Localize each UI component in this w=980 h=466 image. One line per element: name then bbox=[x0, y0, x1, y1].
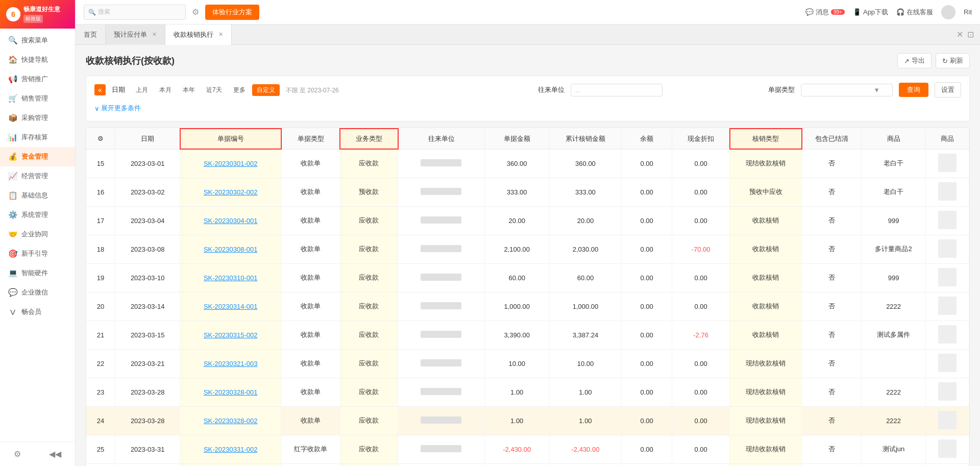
cell-bill-type-1: 收款单 bbox=[281, 178, 340, 206]
cell-biz-type-8: 应收款 bbox=[340, 378, 398, 406]
cell-include-settled-4: 否 bbox=[802, 263, 862, 292]
last-month-btn[interactable]: 上月 bbox=[131, 84, 153, 96]
settings-button[interactable]: 设置 bbox=[935, 82, 961, 97]
export-button[interactable]: ↗ 导出 bbox=[897, 53, 932, 68]
sidebar-item-sales[interactable]: 🛒 销售管理 bbox=[0, 89, 75, 108]
more-dates-btn[interactable]: 更多 bbox=[229, 84, 250, 96]
cell-bill-no-2[interactable]: SK-20230304-001 bbox=[180, 206, 281, 235]
cell-partner-2 bbox=[398, 206, 485, 235]
expand-conditions-btn[interactable]: ∨ 展开更多条件 bbox=[94, 102, 961, 115]
sidebar-item-operations[interactable]: 📈 经营管理 bbox=[0, 166, 75, 186]
table-row: 21 2023-03-15 SK-20230315-002 收款单 应收款 3,… bbox=[86, 321, 969, 349]
solution-button[interactable]: 体验行业方案 bbox=[205, 5, 259, 20]
custom-date-btn[interactable]: 自定义 bbox=[252, 84, 280, 96]
sidebar-label-finance: 资金管理 bbox=[21, 152, 48, 161]
filter-area: « 日期 上月 本月 本年 近7天 更多 自定义 不限 至 2023-07-26… bbox=[86, 76, 970, 121]
cell-product2-7 bbox=[926, 349, 969, 378]
col-settings[interactable]: ⚙ bbox=[86, 129, 115, 149]
cell-num-8: 23 bbox=[86, 378, 115, 406]
cell-bill-no-11[interactable]: SK-20230403-002 bbox=[180, 463, 281, 466]
cell-bill-no-1[interactable]: SK-20230302-002 bbox=[180, 178, 281, 206]
table-row: 22 2023-03-21 SK-20230321-003 收款单 应收款 10… bbox=[86, 349, 969, 378]
cell-product2-4 bbox=[926, 263, 969, 292]
cell-product2-2 bbox=[926, 206, 969, 235]
sidebar-label-hardware: 智能硬件 bbox=[21, 268, 48, 278]
sidebar-item-marketing[interactable]: 📢 营销推广 bbox=[0, 69, 75, 89]
tab-home-label: 首页 bbox=[84, 30, 97, 39]
sidebar-item-purchase[interactable]: 📦 采购管理 bbox=[0, 108, 75, 128]
cell-bill-no-4[interactable]: SK-20230310-001 bbox=[180, 263, 281, 292]
cell-num-9: 24 bbox=[86, 406, 115, 435]
cell-product-8: 2222 bbox=[862, 378, 926, 406]
cell-product-11: 123D商品 bbox=[862, 463, 926, 466]
app-download-item[interactable]: 📱 App下载 bbox=[853, 8, 888, 17]
tab-collection-close[interactable]: ✕ bbox=[218, 31, 223, 38]
bill-type-select[interactable]: ▼ bbox=[801, 84, 893, 96]
tab-expand-icon[interactable]: ⊡ bbox=[967, 30, 974, 39]
this-month-btn[interactable]: 本月 bbox=[155, 84, 176, 96]
last-7-days-btn[interactable]: 近7天 bbox=[202, 84, 227, 96]
query-button[interactable]: 查询 bbox=[899, 83, 928, 97]
logo-icon: 6 bbox=[6, 7, 20, 21]
tab-close-icon[interactable]: ✕ bbox=[957, 30, 963, 39]
cell-discount-1: 0.00 bbox=[672, 178, 730, 206]
cell-balance-10: 0.00 bbox=[622, 435, 672, 463]
cell-num-10: 25 bbox=[86, 435, 115, 463]
messages-item[interactable]: 💬 消息 99+ bbox=[805, 8, 845, 17]
sidebar-item-hardware[interactable]: 💻 智能硬件 bbox=[0, 263, 75, 283]
sidebar-item-search[interactable]: 🔍 搜索菜单 bbox=[0, 31, 75, 50]
cell-include-settled-11: 否 bbox=[802, 463, 862, 466]
search-icon: 🔍 bbox=[88, 9, 96, 16]
sidebar-item-finance[interactable]: 💰 资金管理 bbox=[0, 147, 75, 166]
cell-product2-0 bbox=[926, 149, 969, 178]
sidebar-item-enterprise[interactable]: 🤝 企业协同 bbox=[0, 225, 75, 244]
user-avatar[interactable] bbox=[941, 5, 955, 19]
cell-product-3: 多计量商品2 bbox=[862, 235, 926, 263]
cell-discount-7: 0.00 bbox=[672, 349, 730, 378]
cell-bill-no-6[interactable]: SK-20230315-002 bbox=[180, 321, 281, 349]
cell-bill-no-0[interactable]: SK-20230301-002 bbox=[180, 149, 281, 178]
online-service-item[interactable]: 🎧 在线客服 bbox=[896, 8, 933, 17]
sidebar-icon-quicknav: 🏠 bbox=[8, 55, 17, 64]
tab-home[interactable]: 首页 bbox=[76, 24, 106, 45]
table-scroll[interactable]: ⚙ 日期 单据编号 单据类型 业务类型 往来单位 单据金额 累计核销金额 余额 … bbox=[86, 128, 969, 466]
filter-collapse-btn[interactable]: « bbox=[94, 84, 106, 95]
table-row: 24 2023-03-28 SK-20230328-002 收款单 应收款 1.… bbox=[86, 406, 969, 435]
settings-icon[interactable]: ⚙ bbox=[192, 7, 199, 17]
sidebar-item-system[interactable]: ⚙️ 系统管理 bbox=[0, 205, 75, 225]
sidebar-item-guide[interactable]: 🎯 新手引导 bbox=[0, 244, 75, 263]
tab-prepay-close[interactable]: ✕ bbox=[152, 31, 157, 38]
sidebar-item-quicknav[interactable]: 🏠 快捷导航 bbox=[0, 50, 75, 69]
sidebar-label-search: 搜索菜单 bbox=[21, 36, 48, 45]
cell-bill-no-5[interactable]: SK-20230314-001 bbox=[180, 292, 281, 321]
date-range-display: 不限 至 2023-07-26 bbox=[286, 86, 339, 95]
cell-bill-no-9[interactable]: SK-20230328-002 bbox=[180, 406, 281, 435]
sidebar-item-basic[interactable]: 📋 基础信息 bbox=[0, 186, 75, 205]
sidebar-item-inventory[interactable]: 📊 库存核算 bbox=[0, 128, 75, 147]
cell-bill-no-7[interactable]: SK-20230321-003 bbox=[180, 349, 281, 378]
cell-date-6: 2023-03-15 bbox=[115, 321, 180, 349]
tab-prepay[interactable]: 预计应付单 ✕ bbox=[106, 24, 165, 45]
messages-icon: 💬 bbox=[805, 8, 814, 16]
data-table-container: ⚙ 日期 单据编号 单据类型 业务类型 往来单位 单据金额 累计核销金额 余额 … bbox=[86, 128, 970, 466]
search-box[interactable]: 🔍 搜索 bbox=[84, 5, 186, 20]
sidebar-item-wechat[interactable]: 💬 企业微信 bbox=[0, 283, 75, 302]
tab-collection[interactable]: 收款核销执行 ✕ bbox=[165, 24, 232, 45]
cell-balance-7: 0.00 bbox=[622, 349, 672, 378]
this-year-btn[interactable]: 本年 bbox=[178, 84, 200, 96]
cell-bill-no-3[interactable]: SK-20230308-001 bbox=[180, 235, 281, 263]
sidebar-icon-enterprise: 🤝 bbox=[8, 230, 17, 239]
cell-product-6: 测试多属件 bbox=[862, 321, 926, 349]
sidebar-item-member[interactable]: V 畅会员 bbox=[0, 302, 75, 322]
cell-bill-no-8[interactable]: SK-20230328-001 bbox=[180, 378, 281, 406]
sidebar-settings-btn[interactable]: ⚙ bbox=[9, 446, 26, 462]
cell-include-settled-10: 否 bbox=[802, 435, 862, 463]
cell-include-settled-3: 否 bbox=[802, 235, 862, 263]
cell-bill-no-10[interactable]: SK-20230331-002 bbox=[180, 435, 281, 463]
cell-verified-4: 60.00 bbox=[549, 263, 621, 292]
cell-verify-type-1: 预收中应收 bbox=[730, 178, 802, 206]
refresh-button[interactable]: ↻ 刷新 bbox=[936, 53, 970, 68]
cell-date-2: 2023-03-04 bbox=[115, 206, 180, 235]
partner-input[interactable]: ... bbox=[571, 84, 663, 96]
sidebar-collapse-btn[interactable]: ◀◀ bbox=[44, 446, 66, 462]
